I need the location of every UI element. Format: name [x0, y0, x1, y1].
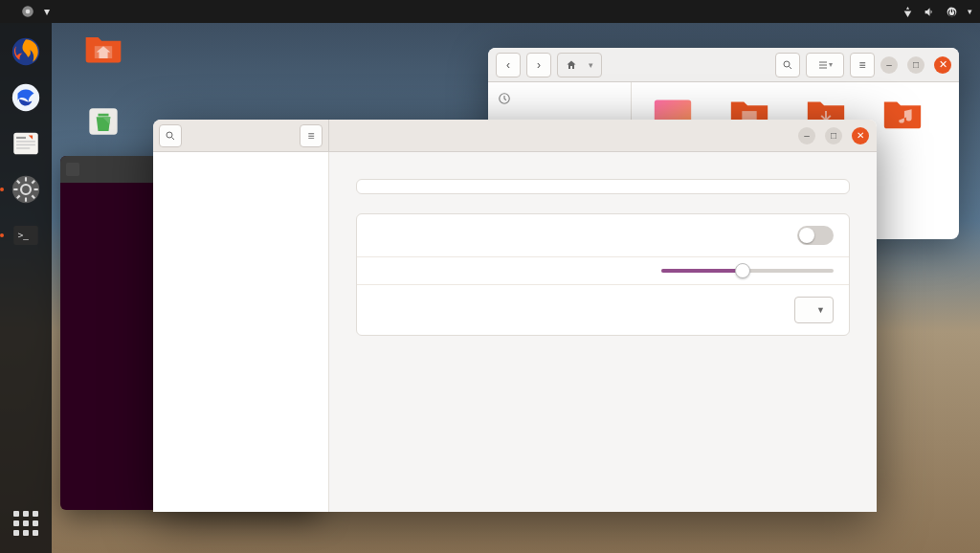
settings-titlebar[interactable]: ≡ – □ ✕	[153, 120, 877, 152]
iconsize-row	[357, 257, 849, 285]
svg-point-30	[167, 132, 172, 138]
close-button[interactable]: ✕	[934, 56, 951, 74]
svg-rect-23	[66, 163, 79, 176]
autohide-row	[357, 214, 849, 257]
terminal-app-icon	[66, 163, 79, 176]
clock-icon	[498, 92, 511, 105]
files-titlebar[interactable]: ‹ › ▾ ▾ ≡ – □ ✕	[488, 48, 959, 82]
volume-icon	[924, 6, 936, 18]
maximize-button[interactable]: □	[907, 56, 924, 74]
position-combobox[interactable]: ▼	[794, 297, 834, 323]
view-button[interactable]: ▾	[806, 53, 844, 77]
sidebar-recent[interactable]	[488, 88, 631, 109]
close-button[interactable]: ✕	[852, 127, 869, 144]
minimize-button[interactable]: –	[798, 127, 815, 144]
svg-line-25	[790, 66, 792, 69]
theme-selector	[356, 179, 850, 194]
top-panel: ▾ ▾	[0, 0, 980, 23]
search-icon	[782, 59, 793, 71]
autohide-switch[interactable]	[797, 226, 834, 245]
power-icon	[946, 6, 958, 18]
svg-rect-6	[16, 141, 35, 142]
settings-content: ▼	[329, 152, 877, 512]
svg-point-1	[26, 10, 31, 14]
desktop-trash[interactable]	[75, 101, 132, 143]
back-button[interactable]: ‹	[496, 53, 521, 77]
svg-rect-7	[16, 144, 35, 145]
minimize-button[interactable]: –	[880, 56, 898, 74]
svg-rect-5	[16, 137, 26, 139]
position-row: ▼	[357, 285, 849, 335]
desktop-home-folder[interactable]	[75, 29, 132, 70]
forward-button[interactable]: ›	[526, 53, 551, 77]
sidebar-search-button[interactable]	[159, 124, 182, 147]
system-tray[interactable]: ▾	[902, 6, 972, 18]
hamburger-button[interactable]: ≡	[300, 124, 323, 147]
network-icon	[902, 6, 914, 18]
dock-firefox[interactable]	[6, 32, 46, 72]
svg-rect-4	[13, 133, 38, 155]
svg-text:>_: >_	[18, 230, 30, 240]
menu-button[interactable]: ≡	[850, 53, 875, 77]
show-applications[interactable]	[6, 503, 46, 543]
trash-icon	[82, 101, 124, 140]
folder-icon	[82, 29, 124, 67]
svg-rect-8	[16, 147, 30, 148]
search-button[interactable]	[775, 53, 800, 77]
location-bar[interactable]: ▾	[557, 53, 602, 77]
search-icon	[165, 130, 176, 142]
dock-terminal[interactable]: >_	[6, 215, 46, 255]
settings-sidebar	[153, 152, 329, 512]
svg-line-31	[172, 137, 175, 140]
list-icon	[817, 59, 829, 71]
svg-point-24	[784, 61, 790, 67]
home-icon	[566, 59, 577, 71]
iconsize-slider[interactable]	[661, 269, 834, 273]
maximize-button[interactable]: □	[825, 127, 842, 144]
dock-files[interactable]	[6, 123, 46, 164]
dock: >_	[0, 23, 52, 553]
dock-thunderbird[interactable]	[6, 77, 46, 118]
dock-settings[interactable]	[6, 169, 46, 210]
app-menu[interactable]: ▾	[21, 5, 50, 18]
folder-music[interactable]	[877, 94, 928, 134]
settings-window[interactable]: ≡ – □ ✕	[153, 120, 877, 512]
